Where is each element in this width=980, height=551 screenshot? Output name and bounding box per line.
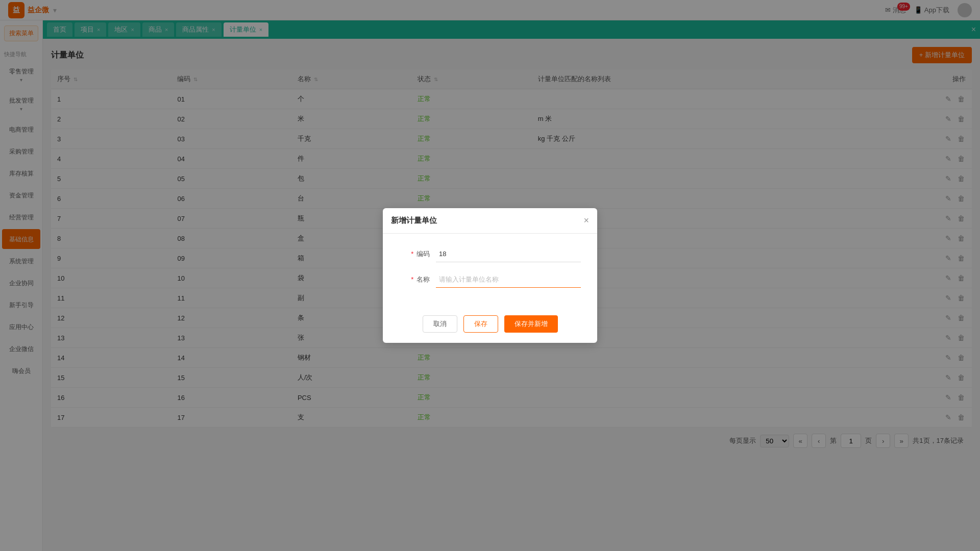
add-unit-modal: 新增计量单位 × * 编码 * 名称 取消 保存 保存并新增 [383, 208, 597, 343]
modal-title: 新增计量单位 [391, 216, 437, 226]
save-button[interactable]: 保存 [463, 315, 498, 333]
cancel-button[interactable]: 取消 [423, 315, 457, 333]
name-input[interactable] [436, 271, 581, 288]
modal-overlay[interactable]: 新增计量单位 × * 编码 * 名称 取消 保存 保存并新增 [0, 0, 980, 551]
code-field-row: * 编码 [399, 246, 581, 262]
modal-footer: 取消 保存 保存并新增 [383, 309, 597, 343]
name-field-row: * 名称 [399, 271, 581, 288]
name-label: * 名称 [399, 275, 430, 284]
code-input[interactable] [436, 246, 581, 262]
modal-header: 新增计量单位 × [383, 208, 597, 234]
modal-body: * 编码 * 名称 [383, 234, 597, 309]
modal-close-button[interactable]: × [583, 215, 589, 226]
code-label: * 编码 [399, 249, 430, 259]
save-and-new-button[interactable]: 保存并新增 [504, 315, 558, 333]
